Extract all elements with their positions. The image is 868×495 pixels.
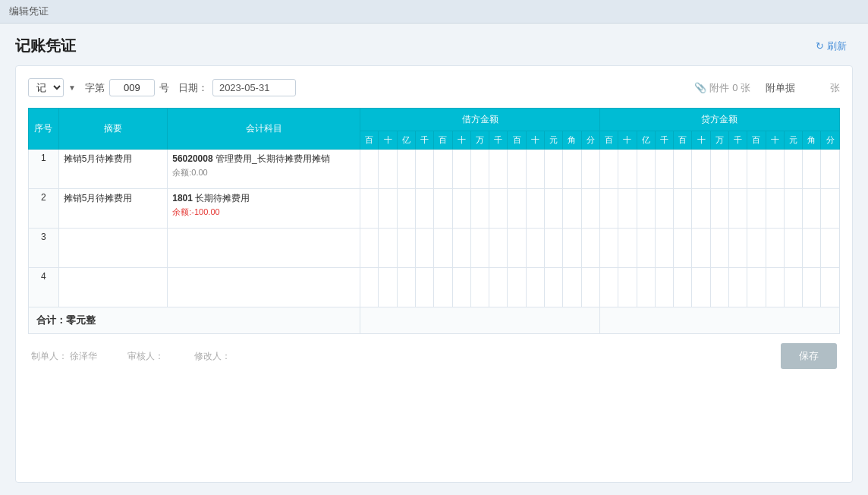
row-1-credit-8[interactable]: [747, 189, 766, 229]
row-0-credit-10[interactable]: [784, 150, 802, 189]
row-1-credit-5[interactable]: [692, 189, 710, 229]
row-account-1[interactable]: 1801 长期待摊费用余额:-100.00: [168, 189, 360, 229]
row-3-debit-10[interactable]: [544, 268, 562, 307]
row-0-debit-9[interactable]: [526, 150, 544, 189]
row-2-debit-1[interactable]: [379, 229, 397, 268]
row-0-credit-12[interactable]: [821, 150, 840, 189]
row-1-credit-0[interactable]: [599, 189, 618, 229]
row-0-debit-11[interactable]: [563, 150, 581, 189]
row-0-credit-9[interactable]: [766, 150, 784, 189]
row-3-credit-7[interactable]: [728, 268, 747, 307]
row-1-credit-3[interactable]: [655, 189, 673, 229]
row-2-debit-6[interactable]: [470, 229, 489, 268]
row-account-0[interactable]: 56020008 管理费用_长期待摊费用摊销余额:0.00: [168, 150, 360, 189]
row-1-credit-6[interactable]: [710, 189, 728, 229]
row-0-debit-10[interactable]: [544, 150, 562, 189]
row-2-credit-1[interactable]: [618, 229, 637, 268]
row-3-credit-11[interactable]: [803, 268, 821, 307]
row-2-credit-5[interactable]: [692, 229, 710, 268]
save-button[interactable]: 保存: [781, 343, 837, 369]
row-0-debit-5[interactable]: [452, 150, 470, 189]
row-0-debit-6[interactable]: [470, 150, 489, 189]
row-3-credit-12[interactable]: [821, 268, 840, 307]
row-2-credit-7[interactable]: [728, 229, 747, 268]
row-1-credit-11[interactable]: [803, 189, 821, 229]
row-3-credit-2[interactable]: [637, 268, 655, 307]
row-3-debit-0[interactable]: [360, 268, 379, 307]
row-3-credit-1[interactable]: [618, 268, 637, 307]
row-2-credit-9[interactable]: [766, 229, 784, 268]
row-0-debit-1[interactable]: [379, 150, 397, 189]
row-1-debit-8[interactable]: [508, 189, 526, 229]
row-0-debit-12[interactable]: [581, 150, 599, 189]
row-3-debit-4[interactable]: [434, 268, 452, 307]
row-1-debit-12[interactable]: [581, 189, 599, 229]
row-1-debit-3[interactable]: [416, 189, 434, 229]
row-2-credit-2[interactable]: [637, 229, 655, 268]
row-2-debit-4[interactable]: [434, 229, 452, 268]
row-0-credit-6[interactable]: [710, 150, 728, 189]
row-1-debit-6[interactable]: [470, 189, 489, 229]
row-1-credit-12[interactable]: [821, 189, 840, 229]
row-0-credit-3[interactable]: [655, 150, 673, 189]
row-0-debit-4[interactable]: [434, 150, 452, 189]
row-3-debit-8[interactable]: [508, 268, 526, 307]
row-0-credit-11[interactable]: [803, 150, 821, 189]
row-2-credit-10[interactable]: [784, 229, 802, 268]
row-1-credit-9[interactable]: [766, 189, 784, 229]
row-0-debit-0[interactable]: [360, 150, 379, 189]
row-3-debit-2[interactable]: [397, 268, 415, 307]
row-0-credit-2[interactable]: [637, 150, 655, 189]
row-3-debit-9[interactable]: [526, 268, 544, 307]
row-0-debit-7[interactable]: [489, 150, 508, 189]
row-summary-2[interactable]: [58, 229, 168, 268]
row-0-debit-2[interactable]: [397, 150, 415, 189]
row-3-credit-3[interactable]: [655, 268, 673, 307]
date-input[interactable]: [212, 79, 296, 96]
row-account-2[interactable]: [168, 229, 360, 268]
row-2-credit-11[interactable]: [803, 229, 821, 268]
row-0-credit-8[interactable]: [747, 150, 766, 189]
row-3-credit-5[interactable]: [692, 268, 710, 307]
row-0-credit-4[interactable]: [674, 150, 692, 189]
attach-link[interactable]: 📎 附件 0 张: [694, 81, 750, 95]
row-1-credit-1[interactable]: [618, 189, 637, 229]
row-1-debit-7[interactable]: [489, 189, 508, 229]
refresh-button[interactable]: ↻ 刷新: [810, 36, 853, 56]
row-3-credit-0[interactable]: [599, 268, 618, 307]
row-3-debit-5[interactable]: [452, 268, 470, 307]
row-2-debit-11[interactable]: [563, 229, 581, 268]
row-3-debit-3[interactable]: [416, 268, 434, 307]
row-2-credit-4[interactable]: [674, 229, 692, 268]
voucher-number-input[interactable]: [109, 79, 155, 96]
row-1-debit-1[interactable]: [379, 189, 397, 229]
row-2-debit-3[interactable]: [416, 229, 434, 268]
row-1-debit-2[interactable]: [397, 189, 415, 229]
row-0-debit-3[interactable]: [416, 150, 434, 189]
row-2-debit-9[interactable]: [526, 229, 544, 268]
row-0-credit-7[interactable]: [728, 150, 747, 189]
row-3-credit-9[interactable]: [766, 268, 784, 307]
row-3-credit-6[interactable]: [710, 268, 728, 307]
row-1-credit-4[interactable]: [674, 189, 692, 229]
row-2-credit-0[interactable]: [599, 229, 618, 268]
row-2-credit-3[interactable]: [655, 229, 673, 268]
row-1-debit-4[interactable]: [434, 189, 452, 229]
row-summary-0[interactable]: 摊销5月待摊费用: [58, 150, 168, 189]
row-3-debit-6[interactable]: [470, 268, 489, 307]
row-summary-1[interactable]: 摊销5月待摊费用: [58, 189, 168, 229]
row-1-debit-9[interactable]: [526, 189, 544, 229]
row-0-credit-0[interactable]: [599, 150, 618, 189]
row-0-debit-8[interactable]: [508, 150, 526, 189]
row-1-debit-11[interactable]: [563, 189, 581, 229]
row-2-debit-2[interactable]: [397, 229, 415, 268]
row-1-debit-0[interactable]: [360, 189, 379, 229]
row-2-debit-8[interactable]: [508, 229, 526, 268]
row-0-credit-5[interactable]: [692, 150, 710, 189]
row-2-credit-12[interactable]: [821, 229, 840, 268]
row-2-debit-0[interactable]: [360, 229, 379, 268]
row-2-debit-12[interactable]: [581, 229, 599, 268]
row-1-debit-5[interactable]: [452, 189, 470, 229]
row-account-3[interactable]: [168, 268, 360, 307]
row-1-credit-2[interactable]: [637, 189, 655, 229]
